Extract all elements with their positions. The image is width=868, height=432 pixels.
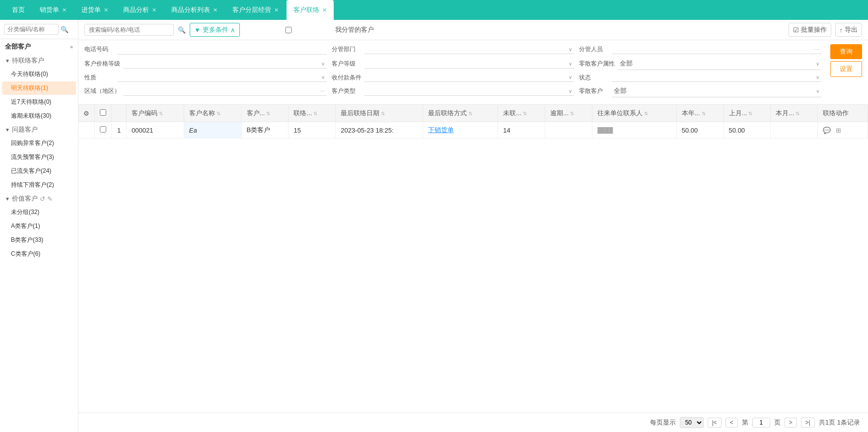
payment-select[interactable]: ∨ [364,73,574,82]
action-menu-icon[interactable]: ⊞ [836,127,841,134]
col-unit-contact: 往来单位联系人⇅ [592,105,677,122]
prev-page-btn[interactable]: < [725,418,738,428]
sidebar-all-customers[interactable]: 全部客户 « [0,39,78,54]
per-page-select[interactable]: 50 [680,417,704,428]
row-checkbox[interactable] [100,126,106,133]
row-contact: 15 [289,122,336,139]
scattered-attr-select[interactable]: 全部 ∨ [618,58,821,70]
more-icon[interactable]: ··· [320,88,325,94]
sidebar-item-7days[interactable]: 近7天待联络(0) [2,95,76,109]
scattered-select[interactable]: 全部 ∨ [612,85,821,97]
nav-purchase[interactable]: 进货单 ✕ [74,0,115,20]
sort-icon[interactable]: ⇅ [796,111,799,116]
close-icon[interactable]: ✕ [152,7,156,13]
batch-op-btn[interactable]: ☑ 批量操作 [789,23,831,37]
customer-grade-label: 客户等级 [332,60,362,68]
data-table: ⚙ 客户编码⇅ 客户名称⇅ 客户...⇅ [78,105,868,139]
sort-icon[interactable]: ⇅ [748,111,752,116]
edit-icon[interactable]: ✎ [47,195,53,203]
set-button[interactable]: 设置 [830,61,862,77]
nav-home[interactable]: 首页 [5,0,32,20]
sidebar-item-a-class[interactable]: A类客户(1) [2,219,76,233]
row-gear [78,122,95,139]
row-uncontact: 14 [498,122,545,139]
search-input[interactable] [84,24,174,36]
col-no [112,105,127,122]
sidebar-item-ungrouped[interactable]: 未分组(32) [2,206,76,219]
select-all-checkbox[interactable] [100,109,106,116]
per-page-label: 每页显示 [650,418,676,427]
sidebar-item-overdue[interactable]: 逾期未联络(30) [2,109,76,123]
sort-icon[interactable]: ⇅ [381,111,385,116]
more-icon[interactable]: ··· [815,46,819,52]
nav-customer-tier[interactable]: 客户分层经营 ✕ [225,0,286,20]
query-button[interactable]: 查询 [830,44,862,59]
row-last-date: 2023-05-23 18:25: [336,122,423,139]
my-customers-checkbox-label[interactable]: 我分管的客户 [244,25,374,34]
sort-icon[interactable]: ⇅ [159,111,163,116]
nature-select[interactable]: ∨ [117,73,327,82]
refresh-icon[interactable]: ↺ [40,195,45,203]
sidebar-item-b-class[interactable]: B类客户(33) [2,233,76,247]
filter-row-1: 电话号码 分管部门 ∨ 分管人员 [84,44,821,55]
sort-icon[interactable]: ⇅ [468,111,472,116]
filter-actions: 查询 设置 [830,44,862,100]
sort-icon[interactable]: ⇅ [217,111,220,116]
scattered-attr-label: 零散客户属性 [579,60,615,68]
close-icon[interactable]: ✕ [322,7,327,13]
customer-grade-select[interactable]: ∨ [364,60,574,69]
sort-icon[interactable]: ⇅ [266,111,270,116]
dept-select[interactable]: ∨ [364,45,574,54]
search-icon[interactable]: 🔍 [178,26,186,34]
next-page-btn[interactable]: > [785,418,797,428]
row-category: B类客户 [241,122,289,139]
sidebar-item-tomorrow[interactable]: 明天待联络(1) [2,81,76,95]
phone-input[interactable] [117,44,327,55]
export-btn[interactable]: ↑ 导出 [835,23,863,37]
close-icon[interactable]: ✕ [62,7,67,13]
chevron-icon: ∧ [230,26,235,34]
price-level-select[interactable]: ∨ [123,60,327,69]
region-select[interactable]: ··· [123,86,327,96]
page-num-input[interactable] [752,418,770,428]
sidebar-group-value: ▼ 价值客户 ↺ ✎ [0,192,78,205]
last-method-link[interactable]: 下销货单 [428,126,454,134]
sidebar-item-declining[interactable]: 持续下滑客户(2) [2,178,76,192]
filter-region: 区域（地区） ··· [84,86,327,96]
nav-sales[interactable]: 销货单 ✕ [33,0,73,20]
footer: 每页显示 50 |< < 第 页 > >| 共1页 1条记录 [78,413,868,432]
filter-manager: 分管人员 ··· [579,45,821,54]
status-select[interactable]: ∨ [612,73,821,82]
nav-product-analysis-list[interactable]: 商品分析列表 ✕ [164,0,224,20]
first-page-btn[interactable]: |< [708,418,722,428]
all-customers-label: 全部客户 [5,42,31,51]
sidebar-item-churned[interactable]: 已流失客户(24) [2,164,76,178]
action-comment-icon[interactable]: 💬 [823,127,831,134]
sidebar-item-churn-warning[interactable]: 流失预警客户(3) [2,150,76,164]
customer-type-select[interactable]: ∨ [364,87,574,96]
row-last-method[interactable]: 下销货单 [423,122,498,139]
page-label: 第 [742,418,748,427]
sidebar-group-problem: ▼ 问题客户 [0,123,78,136]
sort-icon[interactable]: ⇅ [313,111,317,116]
manager-select[interactable]: ··· [612,45,821,54]
sort-icon[interactable]: ⇅ [523,111,527,116]
my-customers-checkbox[interactable] [244,27,333,33]
sidebar-item-today[interactable]: 今天待联络(0) [2,68,76,81]
last-page-btn[interactable]: >| [801,418,815,428]
close-icon[interactable]: ✕ [213,7,217,13]
sidebar-item-c-class[interactable]: C类客户(6) [2,247,76,261]
sort-icon[interactable]: ⇅ [570,111,574,116]
sidebar-search-input[interactable] [4,24,59,35]
sort-icon[interactable]: ⇅ [702,111,706,116]
gear-icon[interactable]: ⚙ [83,110,89,117]
sidebar-item-repurchase-abnormal[interactable]: 回购异常客户(2) [2,137,76,150]
close-icon[interactable]: ✕ [104,7,108,13]
sort-icon[interactable]: ⇅ [644,111,648,116]
nav-product-analysis[interactable]: 商品分析 ✕ [116,0,163,20]
nav-customer-contact[interactable]: 客户联络 ✕ [287,0,334,20]
row-unit-contact: ████ [592,122,677,139]
close-icon[interactable]: ✕ [274,7,279,13]
more-conditions-btn[interactable]: ▼ 更多条件 ∧ [190,23,240,37]
sidebar-search-icon[interactable]: 🔍 [61,26,69,33]
